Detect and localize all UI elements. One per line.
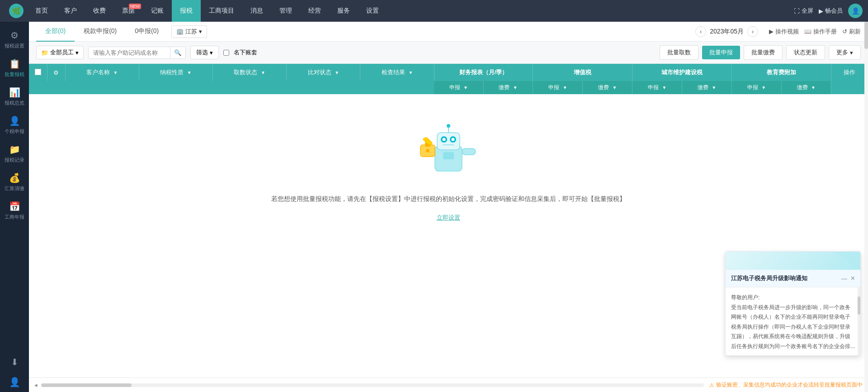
horizontal-scrollbar[interactable]	[41, 383, 704, 387]
nav-home[interactable]: 首页	[27, 0, 56, 22]
app-logo: 🌿	[5, 0, 27, 22]
tab-all[interactable]: 全部(0)	[36, 22, 75, 42]
batch-declare-btn[interactable]: 批量申报	[702, 46, 740, 59]
notif-scrollbar[interactable]	[858, 287, 860, 355]
download-icon: ⬇	[11, 357, 19, 368]
bottom-bar: ◂ ⚠ 验证账密、采集信息均成功的企业才会流转至批量报税页面中	[29, 378, 868, 392]
svg-point-17	[423, 138, 429, 141]
filter-chevron-icon: ▾	[210, 49, 213, 56]
nav-accounting[interactable]: 记账	[143, 0, 172, 22]
header-checkbox[interactable]	[35, 69, 41, 75]
sidebar-item-annual-report[interactable]: 📅 工商年报	[0, 196, 29, 225]
col-vat-declare: 申报 ▼	[533, 81, 583, 94]
notification-panel: 江苏电子税务局升级影响通知 — × 尊敬的用户: 受当前电子税务局进一步升级的影…	[725, 251, 861, 356]
new-badge: NEW	[129, 4, 141, 9]
edu-pay-filter-icon[interactable]: ▼	[811, 85, 816, 90]
col-settings: ⚙	[47, 64, 65, 81]
user-avatar[interactable]: 👤	[848, 4, 863, 18]
sidebar-item-settlement[interactable]: 💰 汇算清缴	[0, 168, 29, 196]
nav-operation[interactable]: 经营	[300, 0, 329, 22]
notif-scroll-thumb	[858, 296, 860, 315]
city-declare-filter-icon[interactable]: ▼	[662, 85, 666, 90]
batch-fetch-btn[interactable]: 批量取数	[660, 45, 698, 60]
svg-rect-1	[437, 133, 460, 150]
more-btn[interactable]: 更多 ▾	[829, 45, 861, 60]
fullscreen-icon: ⛶	[794, 8, 800, 14]
prev-month-btn[interactable]: ‹	[695, 26, 706, 37]
refresh-btn[interactable]: ↺ 刷新	[842, 28, 861, 36]
user-icon: 👤	[9, 377, 20, 387]
member-btn[interactable]: ▶ 畅会员	[819, 7, 843, 15]
tax-type-filter-icon[interactable]: ▼	[187, 70, 192, 75]
sidebar-download[interactable]: ⬇	[9, 352, 20, 372]
tab-right-buttons: ▶ 操作视频 📖 操作手册 ↺ 刷新	[769, 28, 861, 36]
search-input[interactable]	[89, 47, 170, 58]
warning-icon: ⚠	[709, 382, 714, 388]
vertical-scrollbar[interactable]	[864, 22, 868, 392]
nav-settings[interactable]: 设置	[358, 0, 387, 22]
notif-minimize-btn[interactable]: —	[841, 275, 847, 282]
region-selector[interactable]: 🏢 江苏 ▾	[171, 25, 207, 38]
more-chevron-icon: ▾	[850, 49, 853, 56]
current-month: 2023年05月	[710, 28, 744, 36]
nav-manage[interactable]: 管理	[271, 0, 300, 22]
edu-declare-filter-icon[interactable]: ▼	[761, 85, 766, 90]
settlement-icon: 💰	[9, 172, 20, 183]
checkbox-input[interactable]	[223, 50, 229, 56]
nav-customer[interactable]: 客户	[56, 0, 85, 22]
nav-service[interactable]: 服务	[329, 0, 358, 22]
sidebar-item-personal-tax[interactable]: 👤 个税申报	[0, 111, 29, 139]
region-icon: 🏢	[176, 28, 184, 35]
empty-robot-illustration	[412, 121, 485, 184]
employee-select[interactable]: 📁 全部员工 ▾	[36, 46, 84, 59]
vat-declare-filter-icon[interactable]: ▼	[563, 85, 567, 90]
sidebar-item-tax-settings[interactable]: ⚙ 报税设置	[0, 25, 29, 54]
empty-setup-link[interactable]: 立即设置	[437, 214, 460, 222]
compare-status-filter-icon[interactable]: ▼	[335, 70, 339, 75]
nav-message[interactable]: 消息	[242, 0, 271, 22]
verify-tip: ⚠ 验证账密、采集信息均成功的企业才会流转至批量报税页面中	[709, 381, 863, 389]
search-button[interactable]: 🔍	[170, 47, 185, 58]
fin-pay-filter-icon[interactable]: ▼	[513, 85, 518, 90]
tab-zero-declare[interactable]: 0申报(0)	[126, 22, 168, 42]
fetch-status-filter-icon[interactable]: ▼	[261, 70, 265, 75]
under-account-checkbox[interactable]: 名下账套	[223, 48, 257, 57]
op-manual-btn[interactable]: 📖 操作手册	[804, 28, 837, 36]
next-month-btn[interactable]: ›	[747, 26, 758, 37]
col-vat: 增值税	[533, 64, 632, 81]
fullscreen-btn[interactable]: ⛶ 全屏	[794, 7, 813, 15]
nav-billing[interactable]: 收费	[85, 0, 114, 22]
filter-button[interactable]: 筛选 ▾	[190, 46, 219, 59]
sidebar-item-tax-summary[interactable]: 📊 报税总览	[0, 82, 29, 111]
sidebar-bottom: ⬇ 👤	[9, 352, 20, 392]
col-edu-tax: 教育费附加	[731, 64, 831, 81]
col-fin-pay: 缴费 ▼	[483, 81, 533, 94]
notif-close-btn[interactable]: ×	[851, 274, 855, 282]
col-financial-report: 财务报表（月/季）	[434, 64, 533, 81]
nav-business[interactable]: 工商项目	[201, 0, 242, 22]
check-result-filter-icon[interactable]: ▼	[408, 70, 413, 75]
nav-invoice[interactable]: 票据 NEW	[114, 0, 143, 22]
nav-tax[interactable]: 报税	[172, 0, 201, 22]
sidebar-user[interactable]: 👤	[9, 372, 20, 392]
toolbar-right: 批量取数 批量申报 批量缴费 状态更新 更多 ▾	[660, 45, 861, 60]
tab-tax-declare[interactable]: 税款申报(0)	[75, 22, 126, 42]
fin-declare-filter-icon[interactable]: ▼	[463, 85, 468, 90]
customer-filter-icon[interactable]: ▼	[113, 70, 118, 75]
vat-pay-filter-icon[interactable]: ▼	[613, 85, 617, 90]
status-update-btn[interactable]: 状态更新	[786, 45, 825, 60]
settings-icon[interactable]: ⚙	[53, 69, 59, 76]
op-video-btn[interactable]: ▶ 操作视频	[769, 28, 799, 36]
sidebar-item-batch-tax[interactable]: 📋 批量报税	[0, 54, 29, 82]
col-check-result: 检查结果 ▼	[360, 64, 434, 81]
svg-rect-9	[462, 148, 476, 155]
toolbar: 📁 全部员工 ▾ 🔍 筛选 ▾ 名下账套 批量取数 批量申报 批量缴费 状态更新	[29, 42, 868, 64]
sidebar-item-tax-record[interactable]: 📁 报税记录	[0, 139, 29, 168]
nav-menu: 首页 客户 收费 票据 NEW 记账 报税 工商项目 消息 管理 经营 服务 设…	[27, 0, 794, 22]
scroll-left-btn[interactable]: ◂	[34, 382, 38, 388]
col-tax-type: 纳税性质 ▼	[139, 64, 212, 81]
employee-icon: 📁	[41, 49, 48, 56]
city-pay-filter-icon[interactable]: ▼	[712, 85, 716, 90]
batch-pay-btn[interactable]: 批量缴费	[744, 45, 783, 60]
refresh-icon: ↺	[842, 28, 847, 35]
